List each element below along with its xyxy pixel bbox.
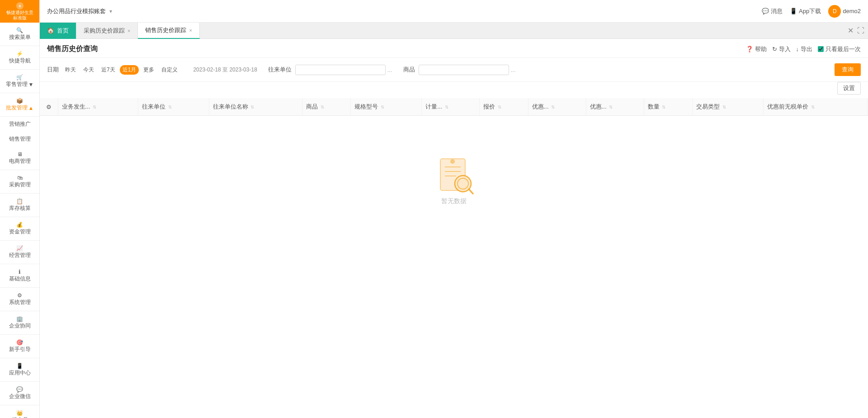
sidebar-item-search-menu[interactable]: 🔍 搜索菜单 — [0, 23, 39, 46]
export-label: 导出 — [801, 45, 812, 53]
app-download-button[interactable]: 📱 App下载 — [790, 7, 821, 15]
settings-row: 设置 — [40, 82, 868, 98]
help-icon: ❓ — [746, 46, 753, 52]
user-avatar: D — [828, 5, 841, 18]
th-discount2[interactable]: 优惠... ⇅ — [586, 98, 644, 116]
th-unit[interactable]: 计量... ⇅ — [422, 98, 480, 116]
close-tab-button[interactable]: ✕ — [848, 26, 854, 35]
sidebar-item-wholesale-mgmt[interactable]: 📦 批发管理 ▲ — [0, 93, 39, 117]
th-trade-type-label: 交易类型 — [696, 103, 720, 110]
logo-icon: 6 — [14, 2, 26, 10]
sort-icon-unit: ⇅ — [445, 104, 448, 109]
date-more[interactable]: 更多 — [141, 65, 157, 75]
product-filter-group: 商品 ... — [403, 65, 516, 75]
import-icon: ↻ — [772, 46, 777, 52]
date-range-text: 2023-02-18 至 2023-03-18 — [193, 66, 257, 74]
sort-icon-product: ⇅ — [321, 104, 324, 109]
page-header: 销售历史价查询 ❓ 帮助 ↻ 导入 ↓ 导出 只看最后一次 — [40, 39, 868, 58]
th-discount1[interactable]: 优惠... ⇅ — [528, 98, 586, 116]
product-input[interactable] — [419, 65, 509, 75]
product-input-wrapper: ... — [419, 65, 516, 75]
sidebar-label-wholesale: 批发管理 — [6, 104, 28, 112]
tab-purchase-history[interactable]: 采购历史价跟踪 × — [76, 23, 138, 39]
sidebar-label-sales: 销售管理 — [9, 136, 31, 142]
partner-label: 往来单位 — [268, 66, 292, 74]
settings-button[interactable]: 设置 — [837, 82, 861, 95]
message-button[interactable]: 💬 消息 — [762, 7, 783, 15]
date-last7days[interactable]: 近7天 — [99, 65, 118, 75]
th-settings[interactable]: ⚙ — [40, 98, 58, 116]
maximize-button[interactable]: ⛶ — [857, 27, 864, 35]
view-last-checkbox[interactable] — [818, 46, 824, 52]
query-button[interactable]: 查询 — [835, 63, 861, 76]
sidebar-item-vip[interactable]: 👑 畅会员 — [0, 405, 39, 418]
sidebar-item-quick-nav[interactable]: ⚡ 快捷导航 — [0, 46, 39, 70]
view-last-checkbox-label[interactable]: 只看最后一次 — [818, 45, 861, 53]
sidebar-item-app-center[interactable]: 📱 应用中心 — [0, 358, 39, 382]
tab-home[interactable]: 🏠 首页 — [40, 23, 76, 39]
sidebar-item-newbie[interactable]: 🎯 新手引导 — [0, 335, 39, 358]
page-header-actions: ❓ 帮助 ↻ 导入 ↓ 导出 只看最后一次 — [746, 45, 861, 53]
user-profile-button[interactable]: D demo2 — [828, 5, 861, 18]
tab-purchase-close-icon[interactable]: × — [127, 28, 130, 33]
sidebar-item-enterprise[interactable]: 🏢 企业协同 — [0, 311, 39, 335]
th-biz-date[interactable]: 业务发生... ⇅ — [58, 98, 138, 116]
partner-dots[interactable]: ... — [387, 66, 392, 73]
home-icon: 🏠 — [47, 27, 54, 34]
sidebar-item-retail-mgmt[interactable]: 🛒 零售管理 ▼ — [0, 70, 39, 93]
topbar-left: 办公用品行业模拟账套 ▾ — [47, 7, 112, 15]
date-last1month[interactable]: 近1月 — [120, 65, 139, 75]
table-header: ⚙ 业务发生... ⇅ 往来单位 ⇅ 往来单位名称 ⇅ — [40, 98, 868, 116]
sidebar-item-wechat[interactable]: 💬 企业微信 — [0, 382, 39, 405]
th-unit-label: 计量... — [425, 103, 442, 110]
th-spec[interactable]: 规格型号 ⇅ — [351, 98, 422, 116]
sidebar-label-finance: 资金管理 — [2, 228, 38, 236]
partner-input[interactable] — [295, 65, 386, 75]
product-label: 商品 — [403, 66, 415, 74]
th-quantity[interactable]: 数量 ⇅ — [644, 98, 692, 116]
date-today[interactable]: 今天 — [80, 65, 97, 75]
tab-home-label: 首页 — [57, 27, 69, 35]
th-product[interactable]: 商品 ⇅ — [302, 98, 350, 116]
app-center-icon: 📱 — [2, 363, 38, 369]
th-pre-tax-price[interactable]: 优惠前无税单价 ⇅ — [764, 98, 868, 116]
help-link[interactable]: ❓ 帮助 — [746, 45, 767, 53]
tab-sales-label: 销售历史价跟踪 — [145, 26, 186, 34]
chevron-up-icon: ▲ — [28, 105, 34, 111]
topbar-dropdown-icon[interactable]: ▾ — [109, 8, 112, 14]
sidebar-label-ecommerce: 电商管理 — [2, 157, 38, 165]
partner-filter-group: 往来单位 ... — [268, 65, 392, 75]
tab-sales-history[interactable]: 销售历史价跟踪 × — [138, 23, 199, 39]
sidebar-item-purchase[interactable]: 🛍 采购管理 — [0, 170, 39, 194]
sidebar-item-marketing[interactable]: 营销推广 — [0, 117, 39, 132]
th-partner-code[interactable]: 往来单位 ⇅ — [138, 98, 209, 116]
topbar-title: 办公用品行业模拟账套 — [47, 7, 106, 15]
sidebar-item-basic-info[interactable]: ℹ 基础信息 — [0, 264, 39, 288]
sidebar-label-inventory: 库存核算 — [2, 204, 38, 212]
date-yesterday[interactable]: 昨天 — [62, 65, 79, 75]
sidebar-item-finance[interactable]: 💰 资金管理 — [0, 217, 39, 241]
main-area: 办公用品行业模拟账套 ▾ 💬 消息 📱 App下载 D demo2 🏠 首页 — [40, 0, 868, 418]
export-link[interactable]: ↓ 导出 — [796, 45, 813, 53]
inventory-icon: 📋 — [2, 198, 38, 204]
tab-sales-close-icon[interactable]: × — [189, 28, 192, 33]
sidebar-item-inventory[interactable]: 📋 库存核算 — [0, 194, 39, 217]
th-trade-type[interactable]: 交易类型 ⇅ — [693, 98, 764, 116]
empty-state-illustration — [431, 152, 476, 197]
sidebar-item-sales-mgmt[interactable]: 销售管理 — [0, 132, 39, 147]
sidebar-item-system[interactable]: ⚙ 系统管理 — [0, 288, 39, 311]
date-filter-group: 日期 昨天 今天 近7天 近1月 更多 自定义 — [47, 65, 180, 75]
sidebar-label-basic: 基础信息 — [2, 275, 38, 283]
product-dots[interactable]: ... — [511, 66, 516, 73]
purchase-icon: 🛍 — [2, 175, 38, 181]
th-quote[interactable]: 报价 ⇅ — [480, 98, 528, 116]
sidebar-item-ecommerce[interactable]: 🖥 电商管理 — [0, 147, 39, 170]
sidebar-item-operations[interactable]: 📈 经营管理 — [0, 241, 39, 264]
date-custom[interactable]: 自定义 — [159, 65, 180, 75]
sort-icon-partner-code: ⇅ — [168, 104, 172, 109]
sidebar-label-quick-nav: 快捷导航 — [2, 57, 38, 65]
th-partner-name[interactable]: 往来单位名称 ⇅ — [209, 98, 302, 116]
sidebar-label-wechat: 企业微信 — [2, 393, 38, 400]
enterprise-icon: 🏢 — [2, 316, 38, 322]
import-link[interactable]: ↻ 导入 — [772, 45, 791, 53]
